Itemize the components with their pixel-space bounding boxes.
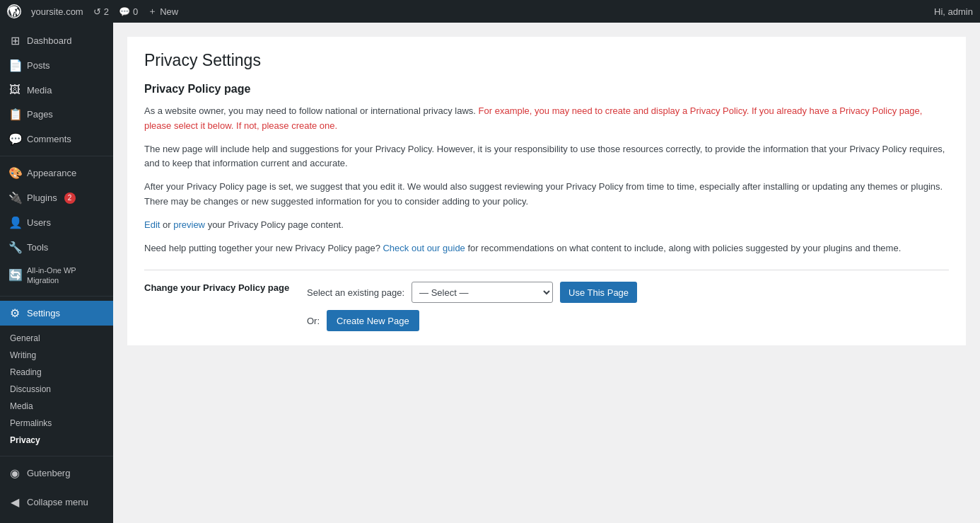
sidebar-item-label: Posts <box>27 60 50 71</box>
sidebar-item-media[interactable]: 🖼 Media <box>0 78 113 102</box>
sidebar-item-label: All-in-One WP Migration <box>27 265 105 286</box>
page-title: Privacy Settings <box>144 51 949 70</box>
select-existing-label: Select an existing page: <box>307 287 404 298</box>
sidebar-item-tools[interactable]: 🔧 Tools <box>0 235 113 260</box>
use-this-page-button[interactable]: Use This Page <box>560 282 637 303</box>
sidebar: ⊞ Dashboard 📄 Posts 🖼 Media 📋 Pages 💬 Co… <box>0 23 113 523</box>
create-page-row: Or: Create New Page <box>307 310 637 331</box>
plugins-badge: 2 <box>64 192 76 204</box>
adminbar-site-name[interactable]: yoursite.com <box>31 6 83 17</box>
select-page-row: Select an existing page: — Select — Use … <box>307 282 637 303</box>
edit-link[interactable]: Edit <box>144 219 160 230</box>
submenu-discussion[interactable]: Discussion <box>0 381 113 398</box>
collapse-menu[interactable]: ◀ Collapse menu <box>0 490 113 515</box>
sidebar-item-posts[interactable]: 📄 Posts <box>0 53 113 78</box>
sidebar-item-allinone[interactable]: 🔄 All-in-One WP Migration <box>0 260 113 292</box>
users-icon: 👤 <box>8 216 21 229</box>
change-policy-fields: Select an existing page: — Select — Use … <box>307 282 637 331</box>
adminbar-new[interactable]: ＋ New <box>148 5 178 18</box>
section-title: Privacy Policy page <box>144 83 949 96</box>
paragraph-1: As a website owner, you may need to foll… <box>144 104 949 134</box>
adminbar-greeting: Hi, admin <box>934 6 973 17</box>
sidebar-item-label: Pages <box>27 109 53 120</box>
main-content: Privacy Settings Privacy Policy page As … <box>113 23 980 523</box>
preview-link[interactable]: preview <box>173 219 205 230</box>
change-policy-label: Change your Privacy Policy page <box>144 282 293 294</box>
or-label: Or: <box>307 316 320 326</box>
comments-icon: 💬 <box>8 132 21 146</box>
sidebar-item-label: Gutenberg <box>27 468 70 478</box>
pages-icon: 📋 <box>8 108 21 121</box>
sidebar-item-label: Media <box>27 85 52 96</box>
gutenberg-icon: ◉ <box>8 466 21 480</box>
sidebar-item-appearance[interactable]: 🎨 Appearance <box>0 161 113 185</box>
sidebar-item-label: Settings <box>27 308 60 318</box>
sidebar-item-plugins[interactable]: 🔌 Plugins 2 <box>0 185 113 210</box>
collapse-icon: ◀ <box>8 495 21 509</box>
collapse-menu-label: Collapse menu <box>27 497 88 507</box>
adminbar-revisions[interactable]: ↺ 2 <box>93 6 109 17</box>
sidebar-item-label: Plugins <box>27 192 57 203</box>
allinone-icon: 🔄 <box>8 268 21 283</box>
appearance-icon: 🎨 <box>8 166 21 180</box>
settings-icon: ⚙ <box>8 306 21 320</box>
guide-line: Need help putting together your new Priv… <box>144 241 949 256</box>
edit-preview-line: Edit or preview your Privacy Policy page… <box>144 218 949 233</box>
dashboard-icon: ⊞ <box>8 34 21 47</box>
sidebar-item-comments[interactable]: 💬 Comments <box>0 127 113 151</box>
submenu-general[interactable]: General <box>0 330 113 347</box>
change-policy-section: Change your Privacy Policy page Select a… <box>144 270 949 331</box>
page-select-dropdown[interactable]: — Select — <box>412 282 553 303</box>
sidebar-item-label: Comments <box>27 134 71 144</box>
create-new-page-button[interactable]: Create New Page <box>327 310 419 331</box>
tools-icon: 🔧 <box>8 241 21 254</box>
sidebar-item-label: Tools <box>27 242 48 253</box>
adminbar-comments[interactable]: 💬 0 <box>119 6 138 17</box>
media-icon: 🖼 <box>8 84 21 96</box>
sidebar-item-users[interactable]: 👤 Users <box>0 210 113 235</box>
sidebar-item-label: Users <box>27 217 51 228</box>
submenu-writing[interactable]: Writing <box>0 347 113 364</box>
submenu-permalinks[interactable]: Permalinks <box>0 415 113 432</box>
admin-bar: yoursite.com ↺ 2 💬 0 ＋ New Hi, admin <box>0 0 980 23</box>
sidebar-item-label: Dashboard <box>27 35 72 46</box>
paragraph-3: After your Privacy Policy page is set, w… <box>144 180 949 209</box>
sidebar-item-label: Appearance <box>27 168 76 178</box>
plugins-icon: 🔌 <box>8 191 21 205</box>
paragraph-2: The new page will include help and sugge… <box>144 142 949 172</box>
sidebar-item-pages[interactable]: 📋 Pages <box>0 102 113 127</box>
sidebar-item-dashboard[interactable]: ⊞ Dashboard <box>0 28 113 53</box>
submenu-media[interactable]: Media <box>0 398 113 415</box>
wp-logo-icon[interactable] <box>7 4 21 18</box>
submenu-reading[interactable]: Reading <box>0 364 113 381</box>
content-wrap: Privacy Settings Privacy Policy page As … <box>127 37 966 345</box>
settings-submenu: General Writing Reading Discussion Media… <box>0 326 113 449</box>
sidebar-item-settings[interactable]: ⚙ Settings <box>0 301 113 326</box>
guide-link[interactable]: Check out our guide <box>383 243 465 253</box>
submenu-privacy[interactable]: Privacy <box>0 432 113 449</box>
posts-icon: 📄 <box>8 59 21 72</box>
sidebar-item-gutenberg[interactable]: ◉ Gutenberg <box>0 461 113 485</box>
